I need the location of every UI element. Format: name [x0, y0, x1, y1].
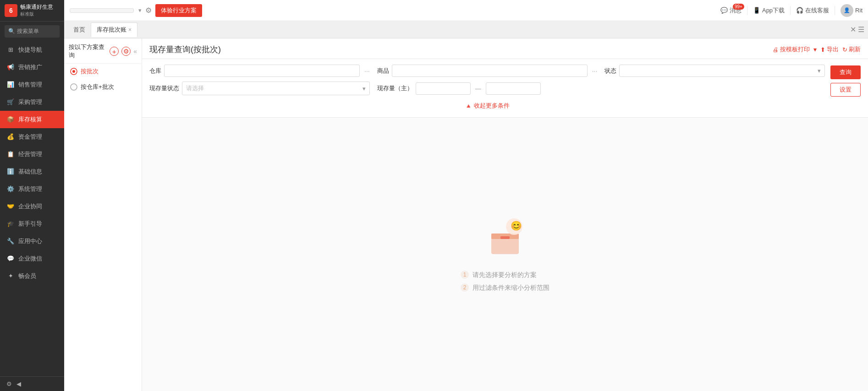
app-logo: 6 [5, 4, 17, 17]
tab-inventory-batch[interactable]: 库存批次账 × [91, 22, 137, 37]
megaphone-icon: 📢 [6, 63, 15, 71]
trial-button[interactable]: 体验行业方案 [155, 4, 202, 17]
sidebar-item-appstore[interactable]: 🔧 应用中心 [0, 233, 64, 250]
wechat-icon: 💬 [6, 255, 15, 263]
sidebar-item-enterprise[interactable]: 🤝 企业协同 [0, 198, 64, 215]
inv-status-dropdown-icon: ▾ [363, 85, 366, 92]
scheme-item-cangku[interactable]: 按仓库+批次 [64, 79, 142, 95]
print-button[interactable]: 🖨 按模板打印 [773, 45, 810, 54]
topbar-dropdown-icon[interactable]: ▾ [138, 7, 142, 14]
tab-panel-close[interactable]: ✕ ☰ [850, 25, 864, 34]
sidebar: 6 畅康通好生意 标准版 🔍 搜索菜单 ⊞ 快捷导航 📢 营销推广 [0, 0, 64, 391]
add-scheme-button[interactable]: + [110, 47, 119, 56]
scheme-collapse-button[interactable]: « [133, 48, 137, 55]
step-2: 2 用过滤条件来缩小分析范围 [461, 281, 549, 294]
warehouse-filter-group: 仓库 ··· [149, 65, 370, 77]
inventory-qty-min-input[interactable] [416, 82, 471, 95]
topbar: ▾ ⚙ 体验行业方案 💬 消息 99+ 📱 App下载 🎧 在线客服 [64, 0, 868, 21]
product-more-icon[interactable]: ··· [592, 67, 598, 75]
refresh-icon: ↻ [842, 46, 847, 53]
scheme-inactive-icon [70, 83, 78, 91]
panel-close-icon: ✕ [850, 25, 856, 34]
phone-icon: 📱 [753, 7, 760, 14]
product-label: 商品 [377, 67, 389, 75]
sidebar-item-inventory[interactable]: 📦 库存核算 [0, 111, 64, 128]
sidebar-item-sales[interactable]: 📊 销售管理 [0, 76, 64, 93]
warehouse-input[interactable] [164, 65, 360, 77]
collapse-sidebar-icon[interactable]: ◀ [16, 380, 21, 387]
messages-action[interactable]: 💬 消息 99+ [720, 6, 742, 15]
product-input[interactable] [392, 65, 588, 77]
messages-badge: 99+ [733, 4, 744, 10]
scheme-header: 按以下方案查询 + ⚙ « [64, 38, 142, 64]
edition-label: 标准版 [20, 11, 53, 17]
company-name: 畅康通好生意 [20, 4, 53, 11]
search-menu-section: 🔍 搜索菜单 [0, 22, 64, 41]
user-profile-action[interactable]: 👤 Rit [841, 4, 863, 17]
main-area: ▾ ⚙ 体验行业方案 💬 消息 99+ 📱 App下载 🎧 在线客服 [64, 0, 868, 391]
product-filter-group: 商品 ··· [377, 65, 598, 77]
user-name: Rit [855, 7, 863, 14]
topbar-search-display [70, 8, 134, 13]
status-dropdown-icon: ▾ [818, 67, 821, 74]
sidebar-item-basic[interactable]: ℹ️ 基础信息 [0, 163, 64, 180]
member-icon: ✦ [6, 272, 15, 280]
sidebar-item-marketing[interactable]: 📢 营销推广 [0, 59, 64, 76]
scheme-title: 按以下方案查询 [69, 43, 110, 60]
filter-row-2: 现存量状态 请选择 ▾ 现存量（主） — [149, 81, 825, 95]
tabbar: 首页 库存批次账 × ✕ ☰ [64, 21, 868, 38]
collapse-more-conditions[interactable]: 🔺 收起更多条件 [149, 100, 825, 112]
sidebar-item-newbie[interactable]: 🎓 新手引导 [0, 215, 64, 233]
export-button[interactable]: ⬆ 导出 [820, 45, 839, 54]
money-icon: 💰 [6, 133, 15, 141]
warehouse-more-icon[interactable]: ··· [364, 67, 370, 75]
settings-button[interactable]: 设置 [830, 83, 861, 97]
tab-close-icon[interactable]: × [128, 27, 132, 33]
results-area: 😊 1 请先选择要分析的方案 2 用过滤条件来缩小分析范围 [142, 118, 868, 391]
page-actions: 🖨 按模板打印 ▾ ⬆ 导出 ↻ 刷新 [773, 45, 861, 54]
topbar-divider-1 [747, 6, 747, 15]
settings-footer-icon[interactable]: ⚙ [6, 380, 12, 387]
svg-point-1 [72, 70, 75, 73]
online-service-label: 在线客服 [805, 6, 829, 15]
svg-point-2 [71, 84, 77, 90]
inventory-qty-max-input[interactable] [486, 82, 541, 95]
search-menu-button[interactable]: 🔍 搜索菜单 [5, 25, 60, 38]
app-download-action[interactable]: 📱 App下载 [753, 6, 785, 15]
grid-icon: ⊞ [6, 46, 15, 54]
inventory-qty-dash: — [473, 85, 483, 92]
page-header: 现存量查询(按批次) 🖨 按模板打印 ▾ ⬆ 导出 ↻ [142, 38, 868, 59]
query-button[interactable]: 查询 [830, 65, 861, 79]
refresh-button[interactable]: ↻ 刷新 [842, 45, 861, 54]
scheme-item-cangku-label: 按仓库+批次 [81, 83, 114, 91]
sidebar-item-operations[interactable]: 📋 经营管理 [0, 146, 64, 163]
sidebar-item-shortcuts[interactable]: ⊞ 快捷导航 [0, 41, 64, 59]
collab-icon: 🤝 [6, 202, 15, 211]
empty-state: 😊 1 请先选择要分析的方案 2 用过滤条件来缩小分析范围 [461, 215, 549, 294]
sidebar-item-system[interactable]: ⚙️ 系统管理 [0, 180, 64, 198]
inventory-status-select[interactable]: 请选择 ▾ [182, 81, 370, 95]
inventory-qty-group: 现存量（主） — [377, 82, 598, 95]
home-tab-label: 首页 [73, 26, 85, 34]
collapse-icon: 🔺 [465, 103, 472, 109]
step-1: 1 请先选择要分析的方案 [461, 268, 549, 281]
scheme-actions: + ⚙ « [110, 47, 137, 56]
status-select[interactable]: ▾ [619, 65, 825, 77]
sidebar-item-finance[interactable]: 💰 资金管理 [0, 128, 64, 146]
topbar-settings-icon[interactable]: ⚙ [145, 6, 152, 15]
tab-home[interactable]: 首页 [68, 23, 91, 37]
print-dropdown-icon[interactable]: ▾ [813, 46, 817, 53]
avatar: 👤 [841, 4, 853, 17]
empty-steps: 1 请先选择要分析的方案 2 用过滤条件来缩小分析范围 [461, 268, 549, 294]
sidebar-item-wechat[interactable]: 💬 企业微信 [0, 250, 64, 267]
scheme-settings-button[interactable]: ⚙ [121, 47, 131, 56]
sidebar-item-member[interactable]: ✦ 畅会员 [0, 267, 64, 285]
online-service-action[interactable]: 🎧 在线客服 [796, 6, 829, 15]
inventory-qty-label: 现存量（主） [377, 84, 413, 92]
shopping-icon: 🛒 [6, 98, 15, 106]
headset-icon: 🎧 [796, 7, 803, 14]
sidebar-item-purchase[interactable]: 🛒 采购管理 [0, 93, 64, 111]
clipboard-icon: 📋 [6, 150, 15, 158]
app-download-label: App下载 [762, 6, 785, 15]
scheme-item-pici[interactable]: 按批次 [64, 64, 142, 79]
